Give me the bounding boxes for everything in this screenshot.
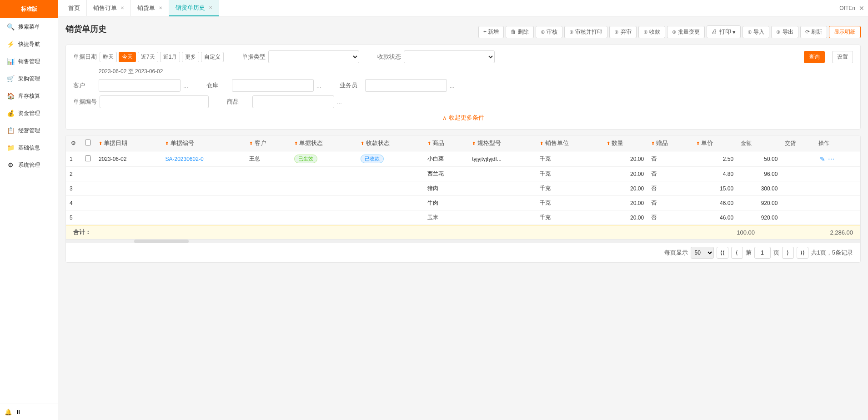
pause-icon[interactable]: ⏸ [15, 409, 21, 415]
yesterday-btn[interactable]: 昨天 [100, 52, 117, 62]
cell-sales-unit: 千克 [536, 210, 602, 225]
abandon-button[interactable]: ⊙ 弃审 [609, 26, 636, 38]
col-spec[interactable]: ⬆ 规格型号 [468, 135, 536, 151]
cell-unit-price: 15.00 [692, 181, 737, 196]
collect-status-select[interactable] [404, 50, 495, 63]
col-settings[interactable]: ⚙ [66, 135, 80, 151]
doctype-select[interactable] [268, 50, 359, 63]
col-gift[interactable]: ⬆ 赠品 [647, 135, 692, 151]
settings-filter-button[interactable]: 设置 [832, 51, 853, 63]
sidebar-item-inventory-calc[interactable]: 🏠 库存核算 [0, 87, 58, 105]
sidebar-item-biz-mgmt[interactable]: 📋 经营管理 [0, 122, 58, 139]
sidebar-item-label-sys-mgmt: 系统管理 [18, 161, 40, 169]
custom-btn[interactable]: 自定义 [201, 52, 224, 62]
cell-checkbox[interactable] [80, 167, 95, 181]
horizontal-scrollbar[interactable] [66, 239, 860, 243]
last7-btn[interactable]: 近7天 [138, 52, 158, 62]
more-btn[interactable]: 更多 [182, 52, 199, 62]
cell-action [815, 167, 860, 181]
last-month-btn[interactable]: 近1月 [160, 52, 181, 62]
col-quantity[interactable]: ⬆ 数量 [603, 135, 647, 151]
salesperson-picker-btn[interactable]: ... [450, 82, 455, 89]
salesperson-input[interactable] [365, 79, 447, 92]
today-btn[interactable]: 今天 [119, 52, 136, 62]
collapse-filter-btn[interactable]: ∧ 收起更多条件 [73, 112, 853, 124]
delete-button[interactable]: 🗑 删除 [506, 26, 533, 38]
audit-button[interactable]: ⊙ 审核 [536, 26, 562, 38]
cell-checkbox[interactable] [80, 181, 95, 196]
col-doc-status[interactable]: ⬆ 单据状态 [291, 135, 357, 151]
sidebar-item-purchase-mgmt[interactable]: 🛒 采购管理 [0, 70, 58, 87]
tab-sales-history[interactable]: 销货单历史 ✕ [169, 0, 219, 16]
tab-sales-goods-label: 销货单 [137, 4, 155, 12]
page-number-input[interactable] [754, 247, 771, 259]
export-button[interactable]: ⊙ 导出 [771, 26, 798, 38]
sidebar-item-basic-info[interactable]: 📁 基础信息 [0, 139, 58, 156]
select-all-checkbox[interactable] [85, 140, 91, 145]
cell-seq: 4 [66, 196, 80, 210]
query-button[interactable]: 查询 [804, 51, 825, 63]
tab-sales-goods[interactable]: 销货单 ✕ [131, 0, 169, 16]
cell-doc-no[interactable] [161, 210, 246, 225]
col-sales-unit[interactable]: ⬆ 销售单位 [536, 135, 602, 151]
sidebar-item-sys-mgmt[interactable]: ⚙ 系统管理 [0, 156, 58, 174]
col-goods[interactable]: ⬆ 商品 [424, 135, 468, 151]
cell-doc-no[interactable]: SA-20230602-0 [161, 151, 246, 167]
cell-checkbox[interactable] [80, 151, 95, 167]
col-unit-price[interactable]: ⬆ 单价 [692, 135, 737, 151]
sys-mgmt-icon: ⚙ [6, 161, 15, 169]
cell-doc-no[interactable] [161, 167, 246, 181]
goods-picker-btn[interactable]: ... [337, 99, 342, 105]
refresh-button[interactable]: ⟳ 刷新 [800, 26, 827, 38]
cell-checkbox[interactable] [80, 210, 95, 225]
col-doc-no[interactable]: ⬆ 单据编号 [161, 135, 246, 151]
cell-checkbox[interactable] [80, 196, 95, 210]
warehouse-picker-btn[interactable]: ... [316, 82, 321, 89]
filter-customer-item: 客户 ... [73, 79, 188, 92]
col-doc-date[interactable]: ⬆ 单据日期 [95, 135, 161, 151]
collect-button[interactable]: ⊙ 收款 [638, 26, 665, 38]
col-customer[interactable]: ⬆ 客户 [246, 135, 290, 151]
customer-input[interactable] [99, 79, 181, 92]
tab-sales-order[interactable]: 销售订单 ✕ [87, 0, 131, 16]
sidebar-item-fund-mgmt[interactable]: 💰 资金管理 [0, 105, 58, 122]
per-page-select[interactable]: 50 100 [691, 247, 714, 259]
more-action-btn[interactable]: ⋯ [828, 155, 834, 163]
audit-print-button[interactable]: ⊙ 审核并打印 [564, 26, 607, 38]
sidebar-item-quick-nav[interactable]: ⚡ 快捷导航 [0, 35, 58, 53]
row-checkbox[interactable] [85, 155, 91, 161]
cell-doc-no[interactable] [161, 181, 246, 196]
table-row: 1 2023-06-02 SA-20230602-0 王总 已生效 已收款 小白… [66, 151, 860, 167]
print-button[interactable]: 🖨 打印 ▾ [707, 25, 741, 38]
last-page-btn[interactable]: ⟩⟩ [797, 247, 808, 259]
tab-sales-goods-close[interactable]: ✕ [159, 5, 162, 10]
cell-collect-status [357, 210, 423, 225]
notification-icon[interactable]: 🔔 [5, 409, 12, 415]
goods-input[interactable] [252, 95, 334, 108]
tab-home[interactable]: 首页 [62, 0, 87, 16]
tab-sales-order-close[interactable]: ✕ [120, 5, 124, 10]
sort-icon-11: ⬆ [696, 141, 700, 146]
sidebar-item-sales-mgmt[interactable]: 📊 销售管理 [0, 53, 58, 70]
prev-page-btn[interactable]: ⟨ [731, 247, 743, 259]
tab-sales-history-close[interactable]: ✕ [209, 5, 212, 10]
add-button[interactable]: + 新增 [478, 26, 504, 38]
filter-docno-item: 单据编号 [73, 95, 209, 108]
import-button[interactable]: ⊙ 导入 [743, 26, 769, 38]
edit-action-btn[interactable]: ✎ [820, 155, 825, 163]
batch-change-button[interactable]: ⊙ 批量变更 [667, 26, 705, 38]
quick-nav-icon: ⚡ [6, 40, 15, 48]
next-page-btn[interactable]: ⟩ [782, 247, 794, 259]
cell-doc-no[interactable] [161, 196, 246, 210]
window-close-btn[interactable]: ✕ [859, 5, 864, 12]
customer-picker-btn[interactable]: ... [183, 82, 188, 89]
col-collect-status[interactable]: ⬆ 收款状态 [357, 135, 423, 151]
cell-goods: 猪肉 [424, 181, 468, 196]
warehouse-input[interactable] [232, 79, 314, 92]
docno-input[interactable] [100, 95, 209, 108]
often-label: OfTEn [839, 5, 855, 11]
col-checkbox[interactable] [80, 135, 95, 151]
sidebar-item-search-menu[interactable]: 🔍 搜索菜单 [0, 18, 58, 35]
show-detail-button[interactable]: 显示明细 [829, 26, 861, 38]
first-page-btn[interactable]: ⟨⟨ [717, 247, 728, 259]
